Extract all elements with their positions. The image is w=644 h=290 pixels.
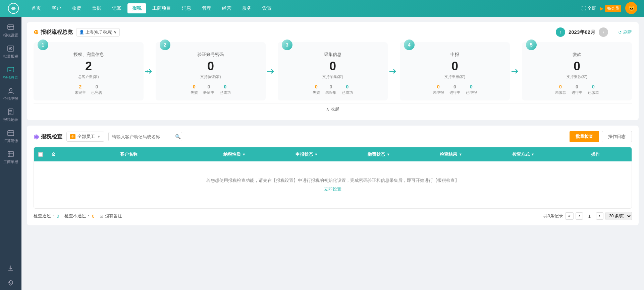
nav-bookkeeping[interactable]: 记账 <box>107 3 126 13</box>
staff-icon: 全 <box>70 134 75 139</box>
th-declare-status[interactable]: 申报状态 ▼ <box>271 147 343 161</box>
check-table: ⚙ 客户名称 纳税性质 ▼ 申报状态 ▼ 缴费状态 ▼ 检查结果 ▼ <box>34 147 632 209</box>
nav-settings[interactable]: 设置 <box>258 3 276 13</box>
step-1-sublabel: 总客户数(家) <box>78 74 99 79</box>
svg-point-8 <box>10 48 11 49</box>
sidebar-download[interactable] <box>0 261 21 275</box>
staff-selector[interactable]: 全 全部员工 ▼ <box>66 132 104 142</box>
svg-text:😺: 😺 <box>629 6 635 11</box>
sidebar-item-tax-record[interactable]: 报税记录 <box>0 104 21 126</box>
step-arrow-3 <box>388 42 400 100</box>
th-checkbox[interactable] <box>34 148 47 161</box>
fullscreen-toggle[interactable]: ⛶ 全屏 <box>581 5 596 11</box>
th-gear[interactable]: ⚙ <box>47 151 59 157</box>
step-arrow-4 <box>510 42 522 100</box>
step-4-stat-0: 0 未申报 <box>433 84 444 95</box>
nav-business[interactable]: 工商项目 <box>148 3 176 13</box>
tax-nature-filter-icon[interactable]: ▼ <box>242 152 246 156</box>
nav-tax[interactable]: 报税 <box>127 3 146 13</box>
header-checkbox[interactable] <box>38 152 43 157</box>
sidebar-item-batch-tax[interactable]: 批量报税 <box>0 41 21 62</box>
step-2-badge: 2 <box>160 40 170 50</box>
check-header: ◉ 报税检查 全 全部员工 ▼ 🔍 批量检查 操作日志 <box>34 131 632 142</box>
location-selector[interactable]: 👤 上海(电子税局) ∨ <box>76 28 120 37</box>
flow-title: ⊕ 报税流程总览 <box>34 28 73 36</box>
refresh-button[interactable]: ↺ 刷新 <box>618 29 632 35</box>
flow-step-5: 5 缴款 0 支持缴款(家) 0 未缴款 0 进行中 0 已缴款 <box>522 42 632 100</box>
nav-operation[interactable]: 经营 <box>217 3 236 13</box>
step-1-stat-0-label: 未完善 <box>75 90 86 95</box>
nav-manage[interactable]: 管理 <box>197 3 216 13</box>
declare-status-filter-icon[interactable]: ▼ <box>314 152 318 156</box>
step-4-stats: 0 未申报 0 进行中 0 已申报 <box>433 84 477 95</box>
nav-invoice[interactable]: 票据 <box>87 3 106 13</box>
next-month-button[interactable]: › <box>599 27 608 37</box>
table-empty-body: 若您想使用报税检查功能，请先在【报税设置】中进行报税的初始化设置，完成密码验证和… <box>34 161 632 208</box>
nav-client[interactable]: 客户 <box>47 3 66 13</box>
sidebar-bottom <box>0 261 21 290</box>
check-failed-value[interactable]: 0 <box>92 214 94 219</box>
step-2-stat-0-val: 0 <box>193 84 196 89</box>
operation-log-button[interactable]: 操作日志 <box>602 131 632 142</box>
search-button[interactable]: 🔍 <box>172 132 182 141</box>
setup-link[interactable]: 立即设置 <box>324 185 341 194</box>
nav-right-area: ⛶ 全屏 ▶ 畅会员 😺 <box>581 2 637 15</box>
flow-steps: 1 授权、完善信息 2 总客户数(家) 2 未完善 0 已完善 <box>34 42 632 100</box>
prev-month-button[interactable]: ‹ <box>556 27 565 37</box>
sidebar-item-personal-tax[interactable]: 个税申报 <box>0 83 21 104</box>
user-avatar[interactable]: 😺 <box>625 2 637 15</box>
step-1-stat-0: 2 未完善 <box>75 84 86 95</box>
step-5-stat-1: 0 进行中 <box>572 84 583 95</box>
sidebar-item-tax-settings[interactable]: 报税设置 <box>0 20 21 41</box>
sidebar-item-annual-settlement[interactable]: 汇算清缴 <box>0 126 21 147</box>
th-check-method[interactable]: 检查方式 ▼ <box>487 147 559 161</box>
step-2-sublabel: 支持验证(家) <box>200 74 221 79</box>
step-1-stat-1: 0 已完善 <box>91 84 102 95</box>
batch-check-button[interactable]: 批量检查 <box>570 131 599 142</box>
table-settings-icon[interactable]: ⚙ <box>51 151 56 157</box>
main-content: ⊕ 报税流程总览 👤 上海(电子税局) ∨ ‹ 2023年02月 › ↺ 刷新 <box>21 17 644 290</box>
step-4-badge: 4 <box>404 40 415 50</box>
first-page-button[interactable]: « <box>565 212 574 220</box>
th-client-name: 客户名称 <box>59 147 199 161</box>
step-2-title: 验证账号密码 <box>198 52 224 58</box>
svg-rect-9 <box>8 67 14 72</box>
nav-home[interactable]: 首页 <box>27 3 46 13</box>
step-5-title: 缴款 <box>573 52 581 58</box>
personal-tax-icon <box>7 87 15 95</box>
step-2-stat-0: 0 失败 <box>191 84 198 95</box>
download-icon <box>7 264 15 272</box>
sidebar-item-annual-report[interactable]: 工商年报 <box>0 147 21 168</box>
step-1-stat-1-label: 已完善 <box>91 90 102 95</box>
batch-tax-icon <box>7 45 15 53</box>
sidebar-item-tax-overview[interactable]: 报税总览 <box>0 62 21 83</box>
nav-message[interactable]: 消息 <box>177 3 196 13</box>
has-note-stat: ⊡ 囧有备注 <box>100 213 122 219</box>
th-check-result[interactable]: 检查结果 ▼ <box>415 147 487 161</box>
prev-page-button[interactable]: ‹ <box>576 212 583 220</box>
per-page-selector[interactable]: 30 条/页 <box>605 212 632 220</box>
nav-fee[interactable]: 收费 <box>67 3 86 13</box>
nav-service[interactable]: 服务 <box>237 3 256 13</box>
step-4-title: 申报 <box>450 52 459 58</box>
collapse-button[interactable]: ∧ 收起 <box>34 103 632 115</box>
check-method-filter-icon[interactable]: ▼ <box>531 152 535 156</box>
flow-step-3: 3 采集信息 0 支持采集(家) 0 失败 0 未采集 0 已成功 <box>278 42 388 100</box>
pay-status-filter-icon[interactable]: ▼ <box>386 152 390 156</box>
step-3-stat-2: 0 已成功 <box>342 84 353 95</box>
search-input[interactable] <box>109 133 172 141</box>
check-result-filter-icon[interactable]: ▼ <box>459 152 462 156</box>
th-pay-status[interactable]: 缴费状态 ▼ <box>343 147 415 161</box>
th-tax-nature[interactable]: 纳税性质 ▼ <box>199 147 271 161</box>
step-3-count: 0 <box>329 60 336 72</box>
vip-button[interactable]: ▶ 畅会员 <box>600 5 621 12</box>
check-failed-stat: 检查不通过： 0 <box>64 213 94 219</box>
step-3-badge: 3 <box>282 40 292 50</box>
sidebar-location[interactable] <box>0 275 21 290</box>
step-1-stat-0-val: 2 <box>79 84 82 89</box>
next-page-button[interactable]: › <box>596 212 603 220</box>
check-passed-value[interactable]: 0 <box>57 214 59 219</box>
flow-step-2: 2 验证账号密码 0 支持验证(家) 0 失败 0 验证中 0 已成功 <box>156 42 266 100</box>
month-nav: ‹ 2023年02月 › <box>556 27 608 37</box>
step-4-sublabel: 支持申报(家) <box>444 74 465 79</box>
